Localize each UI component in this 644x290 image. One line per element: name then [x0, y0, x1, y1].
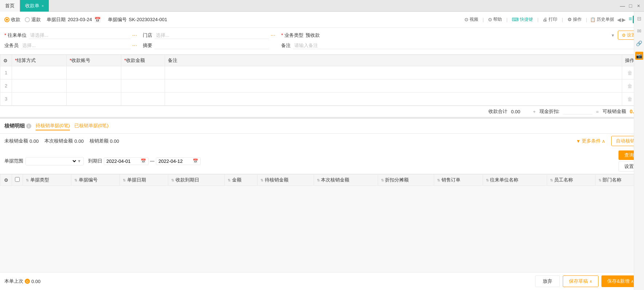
operation-action[interactable]: ⚙ 操作 — [566, 16, 583, 23]
video-action[interactable]: ⊙ 视频 — [463, 16, 480, 23]
table-gear-header[interactable]: ⚙ — [0, 55, 12, 66]
sidebar-link-icon[interactable]: 🔗 — [635, 39, 643, 47]
amount-cell[interactable] — [121, 79, 165, 93]
account-cell[interactable] — [67, 79, 121, 93]
header-amount: ⇅ 金额 — [224, 175, 257, 186]
amount-cell[interactable] — [121, 93, 165, 106]
maximize-button[interactable]: □ — [628, 3, 633, 8]
history-label: 历史单据 — [597, 16, 614, 23]
row-num: 1 — [0, 66, 12, 79]
salesperson-label: 业务员 — [4, 42, 19, 49]
voucher-range-select[interactable] — [28, 158, 77, 164]
receipt-type-radio-group: 收款 退款 — [4, 16, 41, 23]
tab-home[interactable]: 首页 — [0, 0, 20, 12]
carry-over-info-icon[interactable]: ⊙ — [25, 279, 30, 284]
conditions-chevron: ∧ — [602, 138, 605, 144]
date-to-input[interactable] — [158, 158, 191, 164]
salesperson-more-btn[interactable]: ··· — [132, 42, 137, 49]
history-action[interactable]: 📋 历史单据 — [590, 16, 614, 23]
business-type-field: 业务类型 预收款 ▼ ⚙ 设置 — [281, 31, 640, 40]
list-view-icon[interactable]: ≡ — [629, 16, 632, 23]
writeoff-filters: 单据范围 ▼ 到期日 📅 — 📅 — [0, 148, 644, 174]
print-action[interactable]: 🖨 打印 — [541, 16, 559, 23]
toolbar-actions: ⊙ 视频 | ⊙ 帮助 | ⌨ 快捷键 | 🖨 打印 | ⚙ 操作 — [463, 16, 640, 23]
account-header: *收款账号 — [67, 55, 121, 66]
voucher-range-field: 单据范围 ▼ — [4, 157, 84, 165]
prev-arrow[interactable]: ◀ — [617, 17, 621, 23]
date-from-input[interactable] — [106, 158, 139, 164]
delete-icon[interactable]: 🗑 — [627, 83, 632, 89]
writeoff-table-section: ⚙ ⇅ 单据类型⇅ 单据编号⇅ 单据日期⇅ 收款到期日⇅ 金额⇅ 待核销金额⇅ … — [0, 174, 644, 272]
bottom-actions: 放弃 保存草稿 ∧ 保存&新增 ∧ — [535, 275, 640, 287]
store-input[interactable] — [154, 32, 269, 39]
carry-over-label: 本单上次 — [4, 278, 23, 285]
form-row-2: 业务员 ··· 摘要 ··· 备注 — [4, 42, 640, 49]
nav-arrows: ◀ ▶ — [617, 17, 626, 23]
amount-cell[interactable] — [121, 66, 165, 79]
writeoff-info-icon[interactable]: i — [26, 124, 31, 129]
summary-input[interactable] — [154, 42, 269, 49]
current-writeoff-stat: 本次核销金额 0.00 — [44, 138, 83, 144]
remarks-label: 备注 — [281, 42, 291, 49]
bottom-bar: 本单上次 ⊙ 0.00 放弃 保存草稿 ∧ 保存&新增 ∧ — [0, 272, 644, 290]
minimize-button[interactable]: — — [620, 3, 625, 8]
more-conditions-btn[interactable]: ▼ 更多条件 ∧ — [576, 138, 605, 144]
sep1: | — [483, 17, 484, 22]
refund-radio[interactable]: 退款 — [25, 16, 41, 23]
tab-pending[interactable]: 待核销单据(0笔) — [36, 122, 70, 130]
top-toolbar: 收款 退款 单据日期 2023-03-24 📅 单据编号 SK-20230324… — [0, 12, 644, 28]
header-voucher_date: ⇅ 单据日期 — [120, 175, 168, 186]
table-row: 2 🗑 ⊕ — [0, 79, 644, 93]
carry-over-value: 0.00 — [31, 279, 40, 284]
print-label: 打印 — [549, 16, 557, 23]
tab-receipt[interactable]: 收款单 × — [20, 0, 49, 12]
receipt-total-label: 收款合计 — [488, 108, 507, 115]
sidebar-table-icon[interactable]: ⊟ — [635, 15, 643, 23]
calendar-icon[interactable]: 📅 — [94, 17, 101, 23]
calendar-to-icon[interactable]: 📅 — [193, 158, 198, 164]
account-cell[interactable] — [67, 93, 121, 106]
home-tab-label: 首页 — [5, 3, 15, 9]
save-draft-label: 保存草稿 — [569, 278, 588, 285]
remark-cell[interactable] — [165, 93, 622, 106]
discount-input[interactable] — [563, 109, 592, 114]
settlement-cell[interactable] — [12, 66, 67, 79]
select-all-checkbox[interactable] — [15, 177, 20, 182]
next-arrow[interactable]: ▶ — [622, 17, 626, 23]
store-more-btn[interactable]: ··· — [271, 32, 275, 39]
shortcut-label: 快捷键 — [520, 16, 533, 23]
remark-header: 备注 — [165, 55, 622, 66]
help-action[interactable]: ⊙ 帮助 — [487, 16, 503, 23]
business-type-chevron[interactable]: ▼ — [611, 33, 615, 38]
remark-cell[interactable] — [165, 66, 622, 79]
print-icon: 🖨 — [543, 17, 547, 22]
tab-close-icon[interactable]: × — [42, 4, 44, 8]
remarks-input[interactable] — [293, 42, 640, 49]
sidebar-camera-icon[interactable]: 📷 — [635, 52, 643, 60]
calendar-from-icon[interactable]: 📅 — [141, 158, 146, 164]
sidebar-mail-icon[interactable]: ✉ — [635, 27, 643, 35]
video-icon: ⊙ — [464, 17, 468, 22]
shortcut-action[interactable]: ⌨ 快捷键 — [510, 16, 534, 23]
delete-icon[interactable]: 🗑 — [627, 70, 632, 76]
save-draft-chevron: ∧ — [589, 279, 592, 284]
writeoff-gear-header[interactable]: ⚙ — [0, 175, 12, 186]
delete-icon[interactable]: 🗑 — [627, 96, 632, 102]
remark-cell[interactable] — [165, 79, 622, 93]
date-field: 单据日期 2023-03-24 📅 — [47, 16, 101, 23]
account-cell[interactable] — [67, 66, 121, 79]
salesperson-input[interactable] — [21, 42, 131, 49]
total-row: 收款合计 0.00 + 现金折扣: = 可核销金额 0.00 — [0, 106, 644, 117]
settlement-cell[interactable] — [12, 93, 67, 106]
refund-radio-dot — [25, 17, 30, 22]
close-button[interactable]: × — [636, 3, 641, 8]
counterpart-more-btn[interactable]: ··· — [132, 32, 137, 39]
settlement-header: *结算方式 — [12, 55, 67, 66]
save-draft-button[interactable]: 保存草稿 ∧ — [563, 275, 598, 287]
settlement-cell[interactable] — [12, 79, 67, 93]
counterpart-input[interactable] — [29, 32, 131, 39]
plus-sign: + — [533, 109, 536, 114]
receipt-radio[interactable]: 收款 — [4, 16, 20, 23]
tab-done[interactable]: 已核销单据(0笔) — [74, 122, 109, 130]
abandon-button[interactable]: 放弃 — [535, 275, 560, 287]
